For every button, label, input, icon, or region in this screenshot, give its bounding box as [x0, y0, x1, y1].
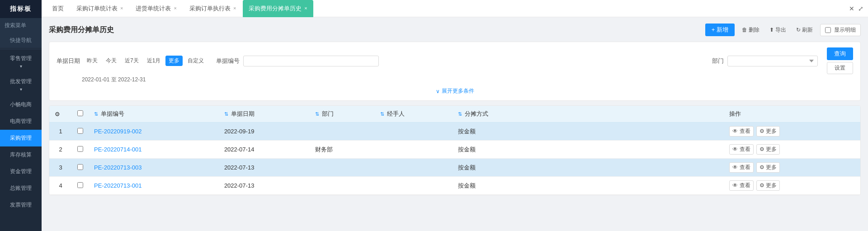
- col-checkbox: [72, 106, 89, 123]
- date-btn-today[interactable]: 今天: [103, 56, 120, 66]
- row-doc-no-1[interactable]: PE-20220714-001: [89, 141, 219, 159]
- sort-icon-split-method: ⇅: [458, 111, 462, 117]
- tab-close-purchase-order-exec[interactable]: ×: [233, 6, 236, 11]
- select-all-checkbox[interactable]: [77, 110, 83, 116]
- row-handler-0: [375, 123, 453, 141]
- sidebar-logo: 指标板: [0, 0, 42, 18]
- view-button-3[interactable]: 👁 查看: [729, 180, 753, 191]
- col-handler[interactable]: ⇅ 经手人: [375, 106, 453, 123]
- page-title: 采购费用分摊单历史: [49, 25, 114, 35]
- more-button-2[interactable]: ⚙ 更多: [756, 162, 780, 173]
- refresh-button[interactable]: ↻ 刷新: [793, 25, 816, 35]
- row-checkbox-0[interactable]: [72, 123, 89, 141]
- sort-icon-doc-no: ⇅: [94, 111, 98, 117]
- row-num-3: 4: [49, 177, 72, 195]
- main-content: 首页 采购订单统计表 × 进货单统计表 × 采购订单执行表 × 采购费用分摊单历…: [42, 0, 868, 231]
- sidebar-search[interactable]: 搜索菜单: [0, 18, 42, 33]
- tab-home[interactable]: 首页: [46, 0, 70, 17]
- more-button-3[interactable]: ⚙ 更多: [756, 180, 780, 191]
- show-cols-button[interactable]: 显示明细: [820, 24, 861, 36]
- settings-button[interactable]: 设置: [827, 62, 853, 74]
- sidebar-item-mobile[interactable]: 小畅电商: [0, 96, 42, 113]
- sort-icon-doc-date: ⇅: [224, 111, 228, 117]
- row-doc-date-3: 2022-07-13: [219, 177, 310, 195]
- data-table-wrapper: ⚙ ⇅ 单据编号 ⇅ 单据日期 ⇅: [49, 105, 861, 195]
- date-filter: 单据日期 昨天 今天 近7天 近1月 更多 自定义: [57, 56, 207, 66]
- show-cols-checkbox[interactable]: [825, 27, 831, 33]
- table-row: 4 PE-20220713-001 2022-07-13 按金额 👁 查看 ⚙ …: [49, 177, 860, 195]
- date-btn-yesterday[interactable]: 昨天: [84, 56, 101, 66]
- row-split-method-1: 按金额: [453, 141, 724, 159]
- tab-close-inbound-stats[interactable]: ×: [174, 6, 176, 11]
- col-doc-date[interactable]: ⇅ 单据日期: [219, 106, 310, 123]
- tab-close-purchase-fee-history[interactable]: ×: [304, 6, 307, 11]
- dept-select[interactable]: [727, 56, 818, 66]
- tab-purchase-order-stats[interactable]: 采购订单统计表 ×: [71, 0, 129, 17]
- col-doc-no[interactable]: ⇅ 单据编号: [89, 106, 219, 123]
- row-checkbox-2[interactable]: [72, 159, 89, 177]
- page-header: 采购费用分摊单历史 + 新增 🗑 删除 ⬆ 导出 ↻ 刷新 显示明细: [49, 24, 861, 36]
- view-button-1[interactable]: 👁 查看: [729, 144, 753, 155]
- row-doc-date-0: 2022-09-19: [219, 123, 310, 141]
- sidebar-item-invoice[interactable]: 发票管理: [0, 197, 42, 213]
- tab-purchase-fee-history[interactable]: 采购费用分摊单历史 ×: [243, 0, 313, 17]
- view-button-2[interactable]: 👁 查看: [729, 162, 753, 173]
- sidebar-item-retail[interactable]: 零售管理 ▾: [0, 50, 42, 73]
- date-btn-more[interactable]: 更多: [165, 56, 183, 66]
- more-button-1[interactable]: ⚙ 更多: [756, 144, 780, 155]
- sidebar-item-ecommerce[interactable]: 电商管理: [0, 113, 42, 130]
- table-row: 2 PE-20220714-001 2022-07-14 财务部 按金额 👁 查…: [49, 141, 860, 159]
- tab-purchase-order-exec[interactable]: 采购订单执行表 ×: [184, 0, 242, 17]
- date-btn-custom[interactable]: 自定义: [184, 56, 207, 66]
- doc-no-label: 单据编号: [216, 57, 240, 65]
- page-actions: + 新增 🗑 删除 ⬆ 导出 ↻ 刷新 显示明细: [705, 24, 861, 36]
- sort-icon-handler: ⇅: [380, 111, 384, 117]
- sidebar-quicknav[interactable]: 快捷导航: [0, 33, 42, 48]
- table-row: 1 PE-20220919-002 2022-09-19 按金额 👁 查看 ⚙ …: [49, 123, 860, 141]
- row-num-0: 1: [49, 123, 72, 141]
- col-split-method[interactable]: ⇅ 分摊方式: [453, 106, 724, 123]
- date-label: 单据日期: [57, 57, 80, 65]
- sidebar-item-wholesale[interactable]: 批发管理 ▾: [0, 73, 42, 96]
- page-content: 采购费用分摊单历史 + 新增 🗑 删除 ⬆ 导出 ↻ 刷新 显示明细: [42, 17, 868, 231]
- row-dept-0: [310, 123, 375, 141]
- row-doc-no-3[interactable]: PE-20220713-001: [89, 177, 219, 195]
- sidebar-item-purchase[interactable]: 采购管理: [0, 130, 42, 146]
- close-window-icon[interactable]: ✕: [849, 5, 854, 12]
- row-doc-no-2[interactable]: PE-20220713-003: [89, 159, 219, 177]
- sidebar-item-inventory[interactable]: 库存核算: [0, 146, 42, 163]
- maximize-icon[interactable]: ⤢: [858, 5, 863, 12]
- query-button[interactable]: 查询: [827, 47, 853, 60]
- tab-actions: ✕ ⤢: [849, 5, 863, 12]
- row-handler-3: [375, 177, 453, 195]
- tab-inbound-stats[interactable]: 进货单统计表 ×: [130, 0, 182, 17]
- row-split-method-2: 按金额: [453, 159, 724, 177]
- row-doc-no-0[interactable]: PE-20220919-002: [89, 123, 219, 141]
- row-doc-date-2: 2022-07-13: [219, 159, 310, 177]
- tab-close-purchase-order-stats[interactable]: ×: [120, 6, 123, 11]
- dept-label: 部门: [712, 57, 724, 65]
- view-button-0[interactable]: 👁 查看: [729, 126, 753, 137]
- row-checkbox-1[interactable]: [72, 141, 89, 159]
- row-num-2: 3: [49, 159, 72, 177]
- row-dept-1: 财务部: [310, 141, 375, 159]
- more-button-0[interactable]: ⚙ 更多: [756, 126, 780, 137]
- col-ops: 操作: [724, 106, 860, 123]
- doc-no-input[interactable]: [243, 56, 379, 66]
- delete-button[interactable]: 🗑 删除: [739, 25, 762, 35]
- row-ops-0: 👁 查看 ⚙ 更多: [724, 123, 860, 141]
- export-button[interactable]: ⬆ 导出: [767, 25, 789, 35]
- row-num-1: 2: [49, 141, 72, 159]
- col-settings[interactable]: ⚙: [49, 106, 72, 123]
- sidebar-divider-1: [0, 49, 42, 49]
- expand-more-button[interactable]: ∨ 展开更多条件: [57, 87, 853, 95]
- date-btn-1month[interactable]: 近1月: [144, 56, 164, 66]
- row-doc-date-1: 2022-07-14: [219, 141, 310, 159]
- row-checkbox-3[interactable]: [72, 177, 89, 195]
- row-split-method-0: 按金额: [453, 123, 724, 141]
- date-btn-7days[interactable]: 近7天: [122, 56, 142, 66]
- col-dept[interactable]: ⇅ 部门: [310, 106, 375, 123]
- sidebar-item-finance[interactable]: 资金管理: [0, 163, 42, 180]
- add-button[interactable]: + 新增: [705, 24, 735, 36]
- sidebar-item-ledger[interactable]: 总账管理: [0, 180, 42, 197]
